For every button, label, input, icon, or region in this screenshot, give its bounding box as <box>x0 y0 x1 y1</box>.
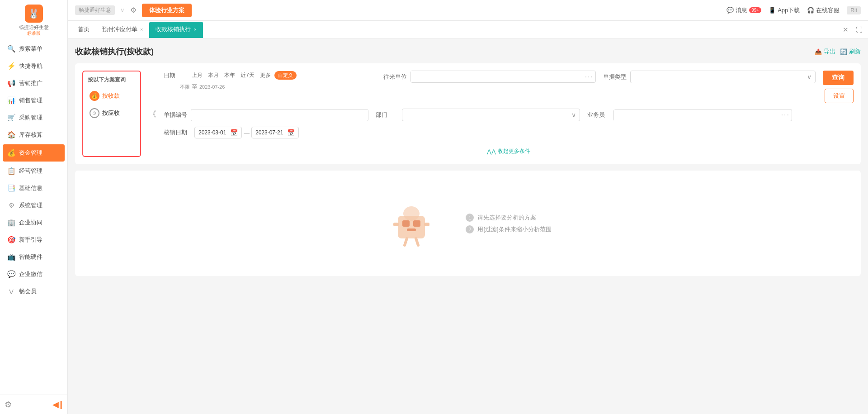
refresh-icon: 🔄 <box>840 48 847 55</box>
svg-rect-4 <box>393 223 399 226</box>
tabbar-actions: ✕ ⛶ <box>841 24 864 36</box>
user-name-text: Rit <box>847 6 861 14</box>
topbar-brand: 畅捷通好生意 <box>75 5 115 15</box>
date-btn-this-year[interactable]: 本年 <box>222 71 237 80</box>
marketing-icon: 📢 <box>7 79 15 87</box>
operation-icon: 📋 <box>7 167 15 175</box>
date-btn-this-month[interactable]: 本月 <box>206 71 221 80</box>
filter-option-by-receivable[interactable]: ⏱ 按应收 <box>86 106 137 120</box>
message-item[interactable]: 💬 消息 99+ <box>726 6 761 14</box>
collapse-more-label: 收起更多条件 <box>498 148 530 155</box>
service-icon: 🎧 <box>807 7 814 14</box>
quick-nav-icon: ⚡ <box>7 62 15 70</box>
dept-chevron[interactable]: ∨ <box>571 111 576 119</box>
staff-input[interactable] <box>614 109 779 121</box>
doc-no-label: 单据编号 <box>164 111 187 119</box>
svg-rect-2 <box>413 220 420 227</box>
sidebar-item-label-hardware: 智能硬件 <box>19 253 42 261</box>
logo-area: 🐰 畅捷通好生意 标准版 <box>0 0 67 40</box>
write-off-date-to[interactable]: 2023-07-21 📅 <box>251 127 299 138</box>
staff-label: 业务员 <box>587 111 610 119</box>
sidebar: 🐰 畅捷通好生意 标准版 🔍 搜索菜单 ⚡ 快捷导航 📢 营销推广 📊 销售管理… <box>0 0 68 414</box>
sidebar-item-marketing[interactable]: 📢 营销推广 <box>0 75 67 92</box>
logo-icon: 🐰 <box>25 5 43 23</box>
sidebar-item-label-quick-nav: 快捷导航 <box>19 62 42 70</box>
svg-point-6 <box>403 206 420 221</box>
sidebar-item-enterprise[interactable]: 🏢 企业协同 <box>0 214 67 231</box>
filter-panel-title: 按以下方案查询 <box>86 76 126 84</box>
enterprise-icon: 🏢 <box>7 219 15 227</box>
svg-rect-1 <box>402 220 410 227</box>
sidebar-item-stock[interactable]: 🏠 库存核算 <box>0 126 67 143</box>
expand-tab-icon[interactable]: ⛶ <box>854 24 864 36</box>
tab-prepay[interactable]: 预付冲应付单 × <box>96 22 149 38</box>
sidebar-item-hardware[interactable]: 📺 智能硬件 <box>0 248 67 266</box>
sidebar-item-label-stock: 库存核算 <box>19 131 42 139</box>
sidebar-item-operation[interactable]: 📋 经营管理 <box>0 162 67 180</box>
refresh-button[interactable]: 🔄 刷新 <box>840 48 861 56</box>
date-label: 日期 <box>164 71 186 80</box>
notification-badge: 99+ <box>749 7 761 13</box>
sidebar-item-label-operation: 经营管理 <box>19 167 42 175</box>
sidebar-item-label-wechat: 企业微信 <box>19 270 42 278</box>
tab-receipt-write-off-close[interactable]: × <box>193 27 196 32</box>
user-area[interactable]: Rit <box>847 6 861 14</box>
sidebar-item-wechat[interactable]: 💬 企业微信 <box>0 266 67 283</box>
date-btn-7days[interactable]: 近7天 <box>239 71 256 80</box>
query-button[interactable]: 查询 <box>823 71 854 85</box>
write-off-date-from[interactable]: 2023-03-01 📅 <box>194 127 242 138</box>
svg-line-8 <box>416 238 418 245</box>
tab-home[interactable]: 首页 <box>71 22 96 38</box>
sidebar-item-label-member: 畅会员 <box>19 287 37 295</box>
sidebar-item-finance[interactable]: 💰 资金管理 <box>3 144 65 162</box>
calendar-from-icon: 📅 <box>230 129 238 136</box>
setting-button[interactable]: 设置 <box>825 89 854 103</box>
doc-type-chevron[interactable]: ∨ <box>807 73 811 81</box>
filter-option-by-receipt[interactable]: 💰 按收款 <box>86 89 137 103</box>
sidebar-footer: ⚙ ◀‖ <box>0 395 67 414</box>
write-off-date-label: 核销日期 <box>164 128 191 137</box>
topbar-brand-text: 畅捷通好生意 <box>75 5 115 15</box>
empty-hint-1: 1 请先选择要分析的方案 <box>466 214 551 222</box>
phone-icon: 📱 <box>769 7 776 14</box>
settings-icon[interactable]: ⚙ <box>5 400 12 409</box>
online-service-label: 在线客服 <box>816 6 840 14</box>
export-button[interactable]: 📤 导出 <box>815 48 835 56</box>
collapse-sidebar-icon[interactable]: ◀‖ <box>52 400 63 409</box>
sidebar-item-label-marketing: 营销推广 <box>19 79 42 87</box>
finance-icon: 💰 <box>7 149 15 157</box>
page-header: 收款核销执行(按收款) 📤 导出 🔄 刷新 <box>75 46 861 57</box>
collapse-filter-button[interactable]: 《 <box>146 107 158 121</box>
sidebar-item-purchase[interactable]: 🛒 采购管理 <box>0 109 67 126</box>
counterpart-dots-btn[interactable]: ··· <box>583 73 595 81</box>
date-btn-last-month[interactable]: 上月 <box>190 71 204 80</box>
app-download-item[interactable]: 📱 App下载 <box>769 6 800 14</box>
sidebar-item-sales[interactable]: 📊 销售管理 <box>0 92 67 109</box>
solution-button[interactable]: 体验行业方案 <box>142 4 192 17</box>
doc-no-input[interactable] <box>191 109 368 121</box>
sidebar-item-basic-info[interactable]: 📑 基础信息 <box>0 180 67 197</box>
dept-label: 部门 <box>376 111 398 119</box>
tab-receipt-write-off[interactable]: 收款核销执行 × <box>149 22 203 38</box>
empty-illustration <box>384 198 439 249</box>
date-range-dash: — <box>244 129 250 136</box>
hint-num-1: 1 <box>466 214 474 222</box>
counterpart-input[interactable] <box>411 71 583 82</box>
staff-dots-btn[interactable]: ··· <box>779 111 792 119</box>
sidebar-item-system[interactable]: ⚙ 系统管理 <box>0 197 67 214</box>
empty-hints: 1 请先选择要分析的方案 2 用[过滤]条件来缩小分析范围 <box>466 214 551 233</box>
online-service-item[interactable]: 🎧 在线客服 <box>807 6 840 14</box>
collapse-more-button[interactable]: ⋀⋀ 收起更多条件 <box>482 146 535 157</box>
sidebar-item-quick-nav[interactable]: ⚡ 快捷导航 <box>0 57 67 75</box>
tab-home-label: 首页 <box>78 25 90 33</box>
date-btn-custom[interactable]: 自定义 <box>274 71 297 80</box>
tab-prepay-close[interactable]: × <box>140 27 143 32</box>
close-tab-icon[interactable]: ✕ <box>841 24 850 36</box>
tabbar: 首页 预付冲应付单 × 收款核销执行 × ✕ ⛶ <box>68 21 868 39</box>
sidebar-item-search[interactable]: 🔍 搜索菜单 <box>0 40 67 57</box>
doc-type-label: 单据类型 <box>603 73 627 81</box>
topbar-gear-icon[interactable]: ⚙ <box>130 6 137 14</box>
date-btn-more[interactable]: 更多 <box>258 71 273 80</box>
sidebar-item-guide[interactable]: 🎯 新手引导 <box>0 231 67 248</box>
sidebar-item-member[interactable]: V 畅会员 <box>0 283 67 300</box>
